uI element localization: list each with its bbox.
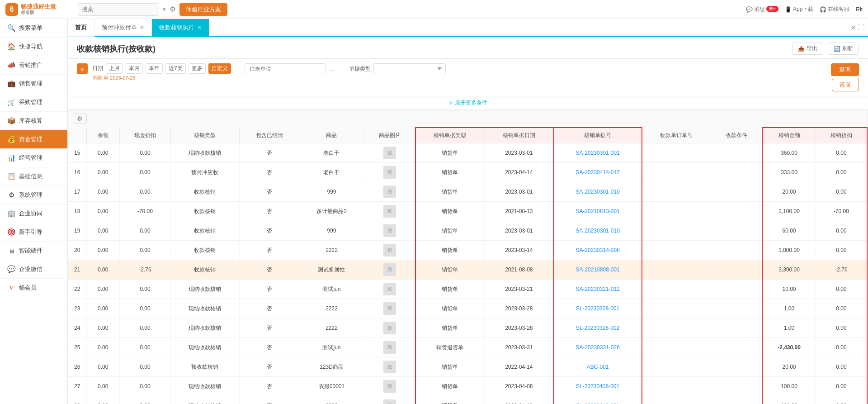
td-balance: 0.00 <box>86 318 120 338</box>
tab-maximize-icon[interactable]: ⛶ <box>858 24 864 31</box>
td-receipt-condition <box>711 377 763 396</box>
bill-no-link[interactable]: SA-20210808-001 <box>576 266 619 273</box>
sidebar-label-smart-hw: 智能硬件 <box>19 247 42 255</box>
sidebar-item-fund[interactable]: 💰 资金管理 <box>0 130 67 149</box>
sidebar-item-purchase[interactable]: 🛒 采购管理 <box>0 93 67 112</box>
sidebar-item-search[interactable]: 🔍 搜索菜单 <box>0 19 67 38</box>
td-cash-discount: 0.00 <box>120 299 171 318</box>
filter-expand-button[interactable]: » <box>77 63 88 74</box>
settings-icon[interactable]: ⚙ <box>170 5 176 14</box>
td-idx: 25 <box>68 338 86 357</box>
td-receipt-condition <box>711 221 763 241</box>
td-cash-discount: 0.00 <box>120 357 171 377</box>
bill-no-link[interactable]: SL-20230328-002 <box>576 325 619 331</box>
bill-no-link[interactable]: SA-20230331-026 <box>576 344 619 351</box>
td-bill-date: 2023-03-01 <box>485 143 554 163</box>
sidebar-item-marketing[interactable]: 📣 营销推广 <box>0 56 67 75</box>
app-download-area[interactable]: 📱 App下载 <box>785 5 813 13</box>
bill-no-link[interactable]: SL-20230408-001 <box>576 383 619 390</box>
td-goods: 老白干 <box>299 143 364 163</box>
marketing-icon: 📣 <box>7 61 15 69</box>
custom-date-btn[interactable]: 自定义 <box>208 63 231 74</box>
bill-type-label: 单据类型 <box>349 65 371 73</box>
bill-no-link[interactable]: SA-20230301-010 <box>576 228 619 234</box>
industry-btn[interactable]: 休验行业方案 <box>179 3 227 16</box>
td-cash-discount: 0.00 <box>120 338 171 357</box>
purchase-icon: 🛒 <box>7 98 15 106</box>
messages-area[interactable]: 💬 消息 99+ <box>746 5 778 13</box>
sidebar-item-system[interactable]: ⚙ 系统管理 <box>0 186 67 204</box>
td-idx: 18 <box>68 202 86 221</box>
th-receipt-order-no: 收款单订单号 <box>642 128 711 143</box>
last-7days-btn[interactable]: 近7天 <box>165 63 186 74</box>
bill-no-link[interactable]: SA-20230321-012 <box>576 286 619 292</box>
query-button[interactable]: 查询 <box>831 63 859 76</box>
bill-no-link[interactable]: SA-20230301-001 <box>576 150 619 156</box>
td-goods-image: 图 <box>364 163 415 182</box>
tab-prepay-close-icon[interactable]: ✕ <box>140 24 144 31</box>
refresh-button[interactable]: 🔄 刷新 <box>828 43 859 55</box>
sidebar-item-basic-info[interactable]: 📋 基础信息 <box>0 167 67 186</box>
sidebar-item-member[interactable]: V 畅会员 <box>0 279 67 297</box>
enterprise-icon: 🏢 <box>7 209 15 218</box>
td-bill-date: 2023-03-01 <box>485 221 554 241</box>
header-center: ▾ ⚙ 休验行业方案 <box>78 3 741 16</box>
sidebar-item-quick-nav[interactable]: 🏠 快捷导航 <box>0 38 67 56</box>
fund-icon: 💰 <box>7 135 15 143</box>
td-bill-no: ABC-001 <box>554 357 642 377</box>
sidebar-item-guide[interactable]: 🎯 新手引导 <box>0 223 67 242</box>
sidebar-item-sales[interactable]: 💼 销售管理 <box>0 75 67 93</box>
export-button[interactable]: 📤 导出 <box>792 43 823 55</box>
this-month-btn[interactable]: 本月 <box>126 63 143 74</box>
td-receipt-condition <box>711 299 763 318</box>
td-receipt-condition <box>711 357 763 377</box>
app-download-label: App下载 <box>793 5 813 13</box>
td-balance: 0.00 <box>86 143 120 163</box>
setting-button[interactable]: 设置 <box>832 79 859 91</box>
tab-verify[interactable]: 收款核销执行 ✕ <box>152 19 209 37</box>
expand-more-btn[interactable]: ∨ 展开更多条件 <box>448 99 487 107</box>
tab-home[interactable]: 首页 <box>68 19 94 37</box>
page-content: 收款核销执行(按收款) 📤 导出 🔄 刷新 » <box>68 37 868 404</box>
sidebar-item-smart-hw[interactable]: 🖥 智能硬件 <box>0 242 67 260</box>
sidebar-item-inventory[interactable]: 📦 库存核算 <box>0 112 67 130</box>
this-year-btn[interactable]: 本年 <box>146 63 163 74</box>
user-label[interactable]: Rit <box>856 6 863 13</box>
sidebar-item-enterprise[interactable]: 🏢 企业协同 <box>0 204 67 223</box>
td-idx: 20 <box>68 241 86 260</box>
bill-no-link[interactable]: SL-20230328-001 <box>576 305 619 312</box>
table-scroll-wrap[interactable]: 余额 现金折扣 核销类型 包含已结清 商品 商品图片 核销单据类型 核销单据日期… <box>68 127 868 404</box>
td-receipt-order-no <box>642 221 711 241</box>
page-title-actions: 📤 导出 🔄 刷新 <box>792 43 859 55</box>
sidebar-item-wechat[interactable]: 💬 企业微信 <box>0 260 67 279</box>
td-goods-image: 图 <box>364 318 415 338</box>
bill-no-link[interactable]: SA-20230301-010 <box>576 189 619 195</box>
td-verify-amount: 1.00 <box>762 299 816 318</box>
td-receipt-condition <box>711 182 763 202</box>
tab-verify-close-icon[interactable]: ✕ <box>197 24 202 31</box>
table-gear-btn[interactable]: ⚙ <box>73 113 87 124</box>
tab-close-all-icon[interactable]: ✕ <box>850 24 856 32</box>
bill-no-link[interactable]: ABC-001 <box>587 364 609 370</box>
online-service-area[interactable]: 🎧 在线客服 <box>820 5 849 13</box>
sidebar-item-operations[interactable]: 📊 经营管理 <box>0 149 67 167</box>
bill-no-link[interactable]: SA-20210813-001 <box>576 208 619 214</box>
sidebar-label-quick-nav: 快捷导航 <box>19 43 42 51</box>
customer-input[interactable] <box>245 63 326 74</box>
td-receipt-condition <box>711 163 763 182</box>
td-verify-amount: 1,000.00 <box>762 241 816 260</box>
bill-type-select[interactable] <box>373 63 446 74</box>
last-month-btn[interactable]: 上月 <box>106 63 123 74</box>
dropdown-arrow-icon[interactable]: ▾ <box>163 6 166 13</box>
bill-no-link[interactable]: SA-20230414-017 <box>576 169 619 176</box>
td-goods-image: 图 <box>364 221 415 241</box>
td-idx: 19 <box>68 221 86 241</box>
bill-no-link[interactable]: SA-20230314-008 <box>576 247 619 253</box>
td-receipt-order-no <box>642 163 711 182</box>
tab-prepay[interactable]: 预付冲应付单 ✕ <box>94 19 152 37</box>
operations-icon: 📊 <box>7 154 15 162</box>
td-including-cleared: 否 <box>239 318 299 338</box>
header-search-input[interactable] <box>78 3 159 16</box>
more-date-btn[interactable]: 更多 <box>189 63 206 74</box>
td-bill-date: 2023-03-28 <box>485 299 554 318</box>
